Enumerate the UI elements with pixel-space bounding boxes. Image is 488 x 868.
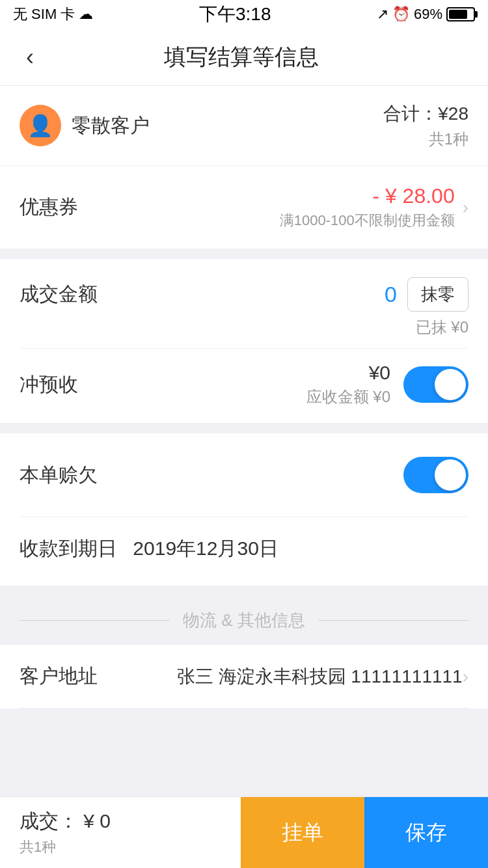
toggle-thumb	[435, 369, 466, 400]
debt-section: 本单赊欠 收款到期日 2019年12月30日	[0, 433, 488, 586]
bottom-bar: 成交： ¥ 0 共1种 挂单 保存	[0, 796, 488, 868]
pre-receive-amounts: ¥0 应收金额 ¥0	[306, 362, 390, 407]
pending-button[interactable]: 挂单	[241, 797, 364, 868]
chevron-right-icon: ›	[463, 197, 468, 218]
bottom-amount-label: 成交：	[20, 810, 78, 832]
coupon-discount: - ¥ 28.00	[280, 184, 455, 208]
sim-status: 无 SIM 卡 ☁	[13, 5, 93, 24]
debt-toggle[interactable]	[403, 457, 468, 493]
transaction-row: 成交金额 0 抹零	[20, 259, 468, 317]
address-value: 张三 海淀永丰科技园 11111111111	[111, 664, 463, 689]
customer-section: 👤 零散客户 合计：¥28 共1种 优惠券 - ¥ 28.00 满1000-10…	[0, 86, 488, 249]
transaction-sub: 已抹 ¥0	[20, 317, 468, 348]
transaction-section: 成交金额 0 抹零 已抹 ¥0 冲预收 ¥0 应收金额 ¥0	[0, 259, 488, 423]
customer-left: 👤 零散客户	[20, 105, 150, 146]
back-button[interactable]: ‹	[20, 37, 40, 77]
due-date-row: 收款到期日 2019年12月30日	[20, 517, 468, 586]
total-count: 共1种	[383, 129, 468, 150]
customer-name: 零散客户	[72, 113, 150, 139]
battery-icon	[446, 7, 475, 21]
pre-receive-row: 冲预收 ¥0 应收金额 ¥0	[20, 348, 468, 423]
bottom-info: 成交： ¥ 0 共1种	[0, 797, 241, 868]
logistics-divider: 物流 & 其他信息	[0, 596, 488, 645]
coupon-info: - ¥ 28.00 满1000-100不限制使用金额	[280, 184, 455, 230]
coupon-row[interactable]: 优惠券 - ¥ 28.00 满1000-100不限制使用金额 ›	[0, 165, 488, 249]
alarm-icon: ⏰	[392, 6, 410, 23]
direction-icon: ↗	[377, 6, 388, 23]
transaction-value: 0	[385, 282, 397, 307]
coupon-right: - ¥ 28.00 满1000-100不限制使用金额 ›	[280, 184, 468, 230]
customer-right: 合计：¥28 共1种	[383, 102, 468, 150]
bottom-count: 共1种	[20, 837, 221, 857]
pre-amount-sub: 应收金额 ¥0	[306, 387, 390, 407]
debt-row: 本单赊欠	[20, 433, 468, 517]
coupon-description: 满1000-100不限制使用金额	[280, 211, 455, 230]
pre-receive-right: ¥0 应收金额 ¥0	[306, 362, 468, 407]
status-right: ↗ ⏰ 69%	[377, 6, 475, 23]
pre-receive-toggle[interactable]	[403, 366, 468, 403]
pre-receive-label: 冲预收	[20, 372, 78, 398]
customer-row: 👤 零散客户 合计：¥28 共1种	[0, 86, 488, 165]
debt-toggle-thumb	[435, 459, 466, 491]
transaction-value-area: 0 抹零	[385, 277, 468, 312]
address-chevron-icon: ›	[463, 666, 468, 687]
round-button[interactable]: 抹零	[407, 277, 468, 312]
avatar: 👤	[20, 105, 61, 146]
address-section: 客户地址 张三 海淀永丰科技园 11111111111 ›	[0, 645, 488, 709]
total-amount: 合计：¥28	[383, 102, 468, 126]
page-title: 填写结算等信息	[47, 42, 436, 72]
nav-bar: ‹ 填写结算等信息	[0, 29, 488, 86]
coupon-label: 优惠券	[20, 194, 78, 221]
avatar-icon: 👤	[27, 113, 53, 138]
main-content: 👤 零散客户 合计：¥28 共1种 优惠券 - ¥ 28.00 满1000-10…	[0, 86, 488, 797]
save-button[interactable]: 保存	[364, 797, 488, 868]
address-row[interactable]: 客户地址 张三 海淀永丰科技园 11111111111 ›	[20, 645, 468, 709]
logistics-label: 物流 & 其他信息	[170, 609, 318, 632]
debt-label: 本单赊欠	[20, 462, 98, 489]
battery-percent: 69%	[414, 6, 442, 23]
divider-line-left	[20, 620, 170, 621]
due-date-label: 收款到期日	[20, 537, 117, 559]
divider-line-right	[318, 620, 468, 621]
status-bar: 无 SIM 卡 ☁ 下午3:18 ↗ ⏰ 69%	[0, 0, 488, 29]
bottom-amount-value: ¥ 0	[83, 810, 111, 832]
status-left: 无 SIM 卡 ☁	[13, 5, 93, 24]
transaction-label: 成交金额	[20, 281, 98, 308]
due-date-value: 2019年12月30日	[133, 537, 278, 559]
pre-amount-main: ¥0	[306, 362, 390, 384]
address-label: 客户地址	[20, 663, 98, 690]
status-time: 下午3:18	[199, 2, 271, 27]
bottom-amount: 成交： ¥ 0	[20, 808, 221, 835]
